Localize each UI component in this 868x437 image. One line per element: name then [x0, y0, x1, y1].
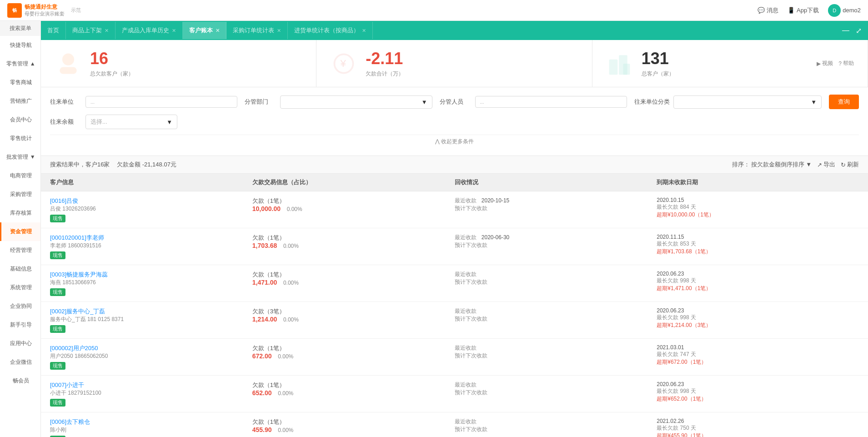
tab-product-history[interactable]: 产成品入库单历史 ✕	[115, 22, 183, 39]
video-action[interactable]: ▶ 视频	[817, 60, 833, 67]
svg-rect-4	[609, 59, 617, 75]
overdue-days-3: 最长欠款 998 天	[657, 314, 859, 321]
customer-link-1[interactable]: [0001020001]李老师	[50, 234, 252, 242]
overdue-link-0[interactable]: 超期¥10,000.00（1笔）	[657, 211, 859, 219]
customer-info-2: [0003]畅捷服务尹海蕊 海燕 18513066976 现售	[50, 271, 252, 296]
sidebar-item-basic-info[interactable]: 基础信息	[0, 260, 40, 278]
overdue-link-4[interactable]: 超期¥672.00（1笔）	[657, 358, 859, 366]
sidebar-item-system[interactable]: 系统管理	[0, 278, 40, 297]
refresh-btn[interactable]: ↻ 刷新	[841, 161, 859, 169]
table-row: [0003]畅捷服务尹海蕊 海燕 18513066976 现售 欠款（1笔） 1…	[41, 265, 868, 302]
sidebar-item-marketing[interactable]: 营销推广	[0, 92, 40, 111]
person-input[interactable]: ...	[475, 96, 627, 108]
sidebar-item-finance[interactable]: 资金管理	[0, 222, 40, 241]
tab-purchase-stats[interactable]: 采购订单统计表 ✕	[226, 22, 288, 39]
overdue-link-6[interactable]: 超期¥455.90（1笔）	[657, 432, 859, 437]
unit-category-select[interactable]: ▼	[673, 95, 822, 109]
batch-mgmt-label: 批发管理 ▼	[5, 153, 37, 161]
user-name: demo2	[843, 7, 861, 14]
debt-amount-6[interactable]: 455.90	[252, 426, 272, 433]
sidebar-item-purchase[interactable]: 采购管理	[0, 185, 40, 204]
tab-expand-btn[interactable]: ⤢	[854, 25, 863, 37]
sort-label: 排序： 按欠款金额倒序排序 ▼	[732, 161, 812, 169]
dept-select[interactable]: ▼	[280, 95, 432, 109]
due-date-0: 2020.10.15	[657, 197, 859, 203]
filter-item-dept: 分管部门 ▼	[245, 95, 432, 109]
debt-amount-4[interactable]: 672.00	[252, 352, 272, 360]
tab-minimize-btn[interactable]: —	[840, 25, 851, 37]
sidebar-item-batch-mgmt[interactable]: 批发管理 ▼	[0, 148, 40, 166]
customer-link-6[interactable]: [0006]去下粮仓	[50, 418, 252, 426]
debt-amount-3[interactable]: 1,214.00	[252, 316, 277, 323]
export-btn[interactable]: ↗ 导出	[817, 161, 835, 169]
stat-card-total-customers: 131 总客户（家） ▶ 视频 ? 帮助	[592, 40, 868, 87]
customer-link-2[interactable]: [0003]畅捷服务尹海蕊	[50, 271, 252, 279]
refresh-label: 刷新	[847, 161, 859, 169]
message-icon: 💬	[758, 7, 765, 14]
sidebar-item-member[interactable]: 会员中心	[0, 111, 40, 129]
query-button[interactable]: 查询	[829, 95, 859, 109]
customer-link-4[interactable]: [000002]用户2050	[50, 344, 252, 352]
debt-percent-1: 0.00%	[283, 243, 299, 249]
tab-product-listing-close[interactable]: ✕	[105, 28, 109, 34]
col-recovery: 回收情况	[455, 178, 657, 186]
debt-amount-1[interactable]: 1,703.68	[252, 242, 277, 249]
sidebar-item-ecommerce[interactable]: 电商管理	[0, 166, 40, 185]
search-menu[interactable]: 搜索菜单	[0, 21, 40, 36]
col-customer-info: 客户信息	[50, 178, 252, 186]
tab-product-listing-label: 商品上下架	[72, 26, 102, 35]
overdue-link-5[interactable]: 超期¥652.00（1笔）	[657, 395, 859, 403]
tab-customer-account[interactable]: 客户账本 ✕	[183, 22, 226, 39]
tab-inbound-stats[interactable]: 进货单统计表（按商品） ✕	[288, 22, 373, 39]
overdue-link-1[interactable]: 超期¥1,703.68（1笔）	[657, 248, 859, 256]
person-dots: ...	[480, 99, 484, 105]
tab-customer-account-close[interactable]: ✕	[216, 28, 220, 34]
collapse-icon: ⋀	[435, 138, 440, 145]
tab-inbound-stats-close[interactable]: ✕	[362, 28, 366, 34]
operations-label: 经营管理	[5, 246, 37, 254]
tab-home[interactable]: 首页	[41, 22, 66, 39]
sidebar-item-retail-stats[interactable]: 零售统计	[0, 129, 40, 148]
recovery-0: 最近收款 2020-10-15 预计下次收款	[455, 197, 657, 212]
sidebar-item-quick-nav[interactable]: 快捷导航	[0, 36, 40, 55]
collapse-row[interactable]: ⋀ 收起更多条件	[50, 135, 859, 148]
from-unit-label: 往来单位	[50, 98, 82, 106]
debt-amount-2[interactable]: 1,471.00	[252, 279, 277, 286]
sidebar-item-apps[interactable]: 应用中心	[0, 334, 40, 353]
help-action[interactable]: ? 帮助	[838, 60, 854, 67]
balance-select[interactable]: 选择... ▼	[85, 115, 177, 129]
sidebar-item-wechat[interactable]: 企业微信	[0, 353, 40, 372]
video-icon: ▶	[817, 60, 821, 67]
sort-select[interactable]: 按欠款金额倒序排序 ▼	[751, 161, 812, 169]
sidebar-item-vip[interactable]: 畅会员	[0, 372, 40, 390]
debt-amount-0[interactable]: 10,000.00	[252, 205, 281, 212]
overdue-3: 2020.06.23 最长欠款 998 天 超期¥1,214.00（3笔）	[657, 307, 859, 329]
tab-product-history-close[interactable]: ✕	[172, 28, 176, 34]
app-download-btn[interactable]: 📱 App下载	[788, 6, 819, 15]
debt-info-4: 欠款（1笔） 672.00 0.00%	[252, 344, 455, 360]
user-menu[interactable]: D demo2	[828, 4, 861, 17]
sidebar-item-guide[interactable]: 新手引导	[0, 316, 40, 334]
due-date-2: 2020.06.23	[657, 271, 859, 277]
recovery-next-6: 预计下次收款	[455, 426, 657, 433]
stat-card-actions: ▶ 视频 ? 帮助	[817, 60, 854, 67]
sidebar-item-retail-mall[interactable]: 零售商城	[0, 73, 40, 92]
tab-product-listing[interactable]: 商品上下架 ✕	[66, 22, 115, 39]
overdue-link-3[interactable]: 超期¥1,214.00（3笔）	[657, 321, 859, 329]
sidebar-item-inventory[interactable]: 库存核算	[0, 204, 40, 222]
message-btn[interactable]: 💬 消息	[758, 6, 778, 15]
debt-amount-5[interactable]: 652.00	[252, 389, 272, 397]
customer-link-5[interactable]: [0007]小进干	[50, 381, 252, 389]
sidebar-item-enterprise[interactable]: 企业协同	[0, 297, 40, 316]
sidebar-item-retail-mgmt[interactable]: 零售管理 ▲	[0, 55, 40, 73]
overdue-link-2[interactable]: 超期¥1,471.00（1笔）	[657, 285, 859, 292]
tab-purchase-stats-label: 采购订单统计表	[233, 26, 274, 35]
phone-icon: 📱	[788, 7, 795, 14]
debt-summary: 欠款金额 -21,148.07元	[117, 161, 176, 168]
from-unit-input[interactable]: ...	[85, 96, 237, 108]
recovery-next-2: 预计下次收款	[455, 278, 657, 286]
sidebar-item-operations[interactable]: 经营管理	[0, 241, 40, 260]
tab-purchase-stats-close[interactable]: ✕	[277, 28, 281, 34]
customer-link-0[interactable]: [0016]吕俊	[50, 197, 252, 205]
customer-link-3[interactable]: [0002]服务中心_丁磊	[50, 307, 252, 316]
